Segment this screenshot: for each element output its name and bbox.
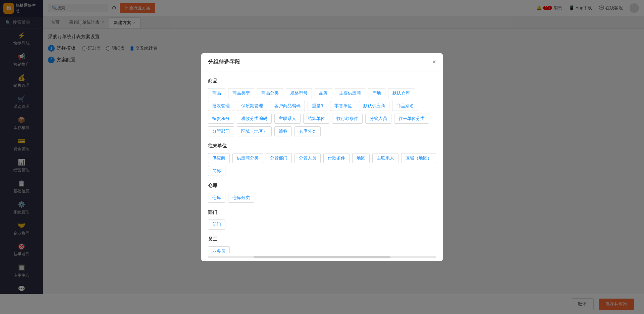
field-tag[interactable]: 结算单位 [303,114,329,124]
modal-header: 分组待选字段 × [201,53,443,71]
field-tag[interactable]: 付款条件 [323,153,350,163]
warehouse-tags: 仓库 仓库分类 [208,193,436,203]
field-tag[interactable]: 主联系人 [372,153,398,163]
field-tag[interactable]: 规格型号 [286,88,312,98]
counterpart-tags: 供应商 供应商分类 分管部门 分管人员 付款条件 地区 主联系人 区域（地区） … [208,153,436,176]
section-goods: 商品 商品 商品类型 商品分类 规格型号 品牌 主要供应商 产地 默认仓库 批次… [208,78,436,136]
section-warehouse: 仓库 仓库 仓库分类 [208,183,436,203]
field-tag[interactable]: 简称 [274,126,292,136]
field-tag[interactable]: 品牌 [315,88,332,98]
field-tag[interactable]: 主联系人 [274,114,301,124]
field-tag[interactable]: 批次管理 [208,101,234,111]
employee-tags: 业务员 [208,246,436,253]
field-tag[interactable]: 业务员 [208,246,230,253]
modal-overlay: 分组待选字段 × 商品 商品 商品类型 商品分类 规格型号 品牌 主要供应商 产… [0,0,644,314]
modal-horizontal-scrollbar[interactable] [208,256,436,258]
field-tag[interactable]: 保质期管理 [237,101,267,111]
field-tag[interactable]: 简称 [208,166,225,176]
field-tag[interactable]: 供应商 [208,153,230,163]
field-tag[interactable]: 分管人员 [294,153,321,163]
field-tag[interactable]: 产地 [368,88,385,98]
field-tag[interactable]: 主要供应商 [335,88,365,98]
modal-hscroll-thumb[interactable] [254,256,390,258]
field-tag[interactable]: 商品别名 [392,101,418,111]
section-employee: 员工 业务员 [208,236,436,253]
field-tag[interactable]: 税收分类编码 [237,114,272,124]
field-tag[interactable]: 区域（地区） [237,126,272,136]
field-tag[interactable]: 重量3 [308,101,327,111]
modal-body[interactable]: 商品 商品 商品类型 商品分类 规格型号 品牌 主要供应商 产地 默认仓库 批次… [201,71,443,253]
field-tag[interactable]: 分管人员 [365,114,391,124]
field-tag[interactable]: 分管部门 [208,126,234,136]
section-counterpart-title: 往来单位 [208,143,436,149]
field-tag[interactable]: 拣货积分 [208,114,234,124]
field-tag[interactable]: 零售单位 [330,101,356,111]
field-tag[interactable]: 默认供应商 [359,101,389,111]
department-tags: 部门 [208,219,436,230]
field-tag[interactable]: 仓库分类 [228,193,254,203]
section-warehouse-title: 仓库 [208,183,436,189]
field-tag[interactable]: 区域（地区） [401,153,436,163]
modal-title: 分组待选字段 [208,59,240,66]
field-tag[interactable]: 商品 [208,88,225,98]
section-goods-title: 商品 [208,78,436,84]
field-tag[interactable]: 部门 [208,219,225,230]
modal: 分组待选字段 × 商品 商品 商品类型 商品分类 规格型号 品牌 主要供应商 产… [201,53,443,261]
modal-close-button[interactable]: × [432,59,436,66]
section-department-title: 部门 [208,209,436,215]
field-tag[interactable]: 收付款条件 [332,114,363,124]
field-tag[interactable]: 地区 [352,153,370,163]
section-counterpart: 往来单位 供应商 供应商分类 分管部门 分管人员 付款条件 地区 主联系人 区域… [208,143,436,176]
field-tag[interactable]: 仓库分类 [294,126,321,136]
field-tag[interactable]: 供应商分类 [232,153,263,163]
field-tag[interactable]: 商品分类 [257,88,283,98]
goods-tags: 商品 商品类型 商品分类 规格型号 品牌 主要供应商 产地 默认仓库 批次管理 … [208,88,436,136]
field-tag[interactable]: 客户商品编码 [270,101,305,111]
field-tag[interactable]: 默认仓库 [388,88,414,98]
field-tag[interactable]: 商品类型 [228,88,254,98]
modal-footer-scroll [201,253,443,261]
section-department: 部门 部门 [208,209,436,230]
field-tag[interactable]: 分管部门 [266,153,292,163]
section-employee-title: 员工 [208,236,436,242]
field-tag[interactable]: 往来单位分类 [394,114,429,124]
field-tag[interactable]: 仓库 [208,193,225,203]
